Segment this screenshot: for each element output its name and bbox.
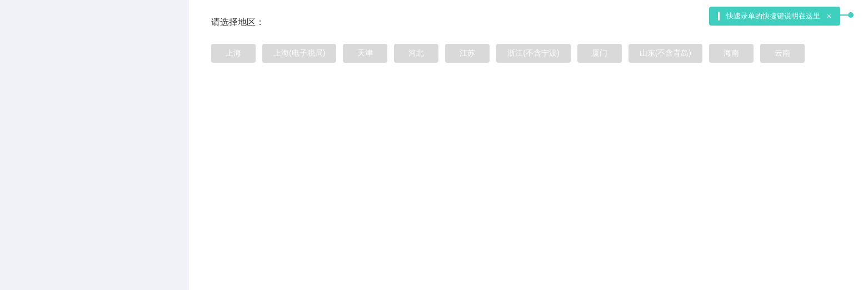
tooltip-text: 快速录单的快捷键说明在这里 [726,11,820,21]
tooltip-line [840,14,848,16]
region-btn-shandong[interactable]: 山东(不含青岛) [628,44,702,63]
tooltip-close-button[interactable]: × [827,12,831,21]
region-btn-shanghai[interactable]: 上海 [211,44,256,63]
main-content: 请选择地区： 上海上海(电子税局)天津河北江苏浙江(不含宁波)厦门山东(不含青岛… [189,0,868,290]
region-btn-hainan[interactable]: 海南 [709,44,754,63]
region-btn-tianjin[interactable]: 天津 [343,44,387,63]
region-btn-hebei[interactable]: 河北 [394,44,438,63]
region-btn-jiangsu[interactable]: 江苏 [445,44,490,63]
left-sidebar [0,0,189,290]
tooltip-dot [848,12,854,18]
region-btn-xiamen[interactable]: 厦门 [577,44,622,63]
region-buttons-container: 上海上海(电子税局)天津河北江苏浙江(不含宁波)厦门山东(不含青岛)海南云南 [211,44,846,63]
tooltip-banner[interactable]: 快速录单的快捷键说明在这里 × [709,7,840,26]
region-btn-zhejiang[interactable]: 浙江(不含宁波) [496,44,570,63]
region-btn-shanghai-etax[interactable]: 上海(电子税局) [262,44,336,63]
region-btn-yunnan[interactable]: 云南 [760,44,805,63]
